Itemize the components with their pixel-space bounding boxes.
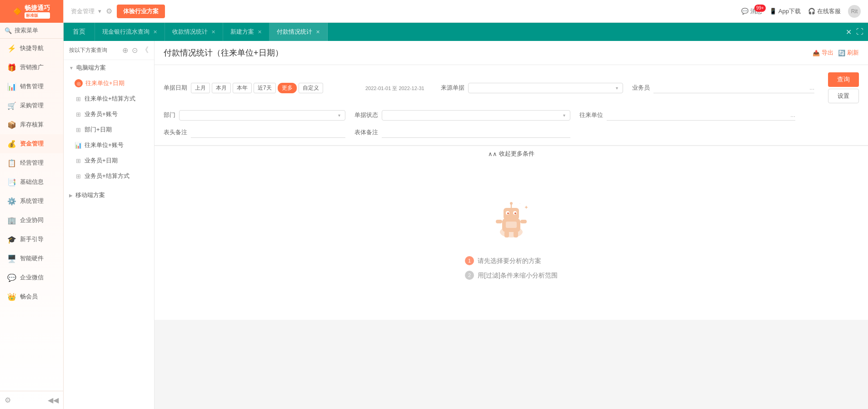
export-button[interactable]: 📤 导出 (813, 49, 833, 57)
capital-icon: 💰 (7, 139, 16, 148)
voucher-status-select[interactable]: ▾ (382, 110, 570, 121)
sidebar-item-basic-info[interactable]: 📑 基础信息 (0, 172, 63, 192)
sidebar-item-label: 畅会员 (20, 293, 38, 301)
panel-item-label: 业务员+日期 (85, 157, 118, 165)
sidebar-item-capital[interactable]: 💰 资金管理 (0, 134, 63, 153)
filter-row-1: 单据日期 上月 本月 本年 近7天 更多 自定义 2022-01-01 至 20 (164, 72, 859, 103)
tab-bank-flow-close-icon[interactable]: ✕ (153, 29, 157, 35)
collapse-label: 收起更多条件 (499, 150, 534, 158)
date-btn-custom[interactable]: 自定义 (299, 83, 323, 93)
tab-new-plan-close-icon[interactable]: ✕ (258, 29, 262, 35)
panel-item-dept-date[interactable]: ⊞ 部门+日期 (64, 122, 154, 137)
header-note-input[interactable] (191, 127, 345, 138)
date-btn-this-year[interactable]: 本年 (233, 83, 252, 93)
panel-item-counterparty-date[interactable]: ◎ 往来单位+日期 (64, 76, 154, 91)
tab-close-all-icon[interactable]: ✕ (846, 28, 852, 36)
headset-icon: 🎧 (808, 8, 815, 15)
collapse-sidebar-icon[interactable]: ◀◀ (48, 396, 59, 404)
body-note-input[interactable] (382, 127, 570, 138)
svg-rect-11 (504, 231, 509, 237)
date-btn-7days[interactable]: 近7天 (254, 83, 276, 93)
sidebar-item-vip[interactable]: 👑 畅会员 (0, 287, 63, 306)
collapse-more-conditions-button[interactable]: ∧∧ 收起更多条件 (155, 146, 868, 162)
avatar[interactable]: Rit (848, 5, 861, 18)
header-chevron-icon: ▾ (98, 8, 101, 15)
refresh-button[interactable]: 🔄 刷新 (838, 49, 859, 57)
panel-item-counterparty-account[interactable]: 📊 往来单位+账号 (64, 137, 154, 153)
sidebar-item-label: 经营管理 (20, 159, 44, 167)
panel-item-label: 往来单位+结算方式 (85, 95, 135, 103)
source-select[interactable]: ▾ (468, 83, 623, 93)
sidebar-item-label: 基础信息 (20, 178, 44, 186)
panel-item-salesperson-settlement[interactable]: ⊞ 业务员+结算方式 (64, 168, 154, 184)
panel-item-salesperson-date[interactable]: ⊞ 业务员+日期 (64, 153, 154, 168)
date-btn-more[interactable]: 更多 (278, 83, 297, 93)
tab-new-plan[interactable]: 新建方案 ✕ (223, 23, 269, 41)
sidebar-item-wechat[interactable]: 💬 企业微信 (0, 268, 63, 287)
sidebar-item-guide[interactable]: 🎓 新手引导 (0, 230, 63, 249)
salesperson-input-area[interactable]: ... (653, 82, 814, 93)
query-button[interactable]: 查询 (828, 72, 859, 87)
sidebar-item-system[interactable]: ⚙️ 系统管理 (0, 192, 63, 211)
svg-text:✦: ✦ (524, 204, 529, 211)
left-panel-header-actions: ⊕ ⊙ 《 (122, 45, 149, 55)
filter-source: 来源单据 ▾ (441, 83, 623, 93)
tab-payment-stats[interactable]: 付款情况统计 ✕ (269, 23, 328, 41)
panel-item-chart-icon: 📊 (75, 141, 82, 149)
right-content: 付款情况统计（往来单位+日期） 📤 导出 🔄 刷新 单据日期 (155, 41, 868, 409)
svg-point-6 (514, 212, 516, 214)
sidebar-item-smart-hw[interactable]: 🖥️ 智能硬件 (0, 249, 63, 268)
message-button[interactable]: 💬 消息 99+ (741, 7, 762, 15)
step2-circle: 2 (465, 271, 474, 280)
sidebar-item-enterprise[interactable]: 🏢 企业协同 (0, 211, 63, 230)
online-service-button[interactable]: 🎧 在线客服 (808, 7, 841, 15)
counterparty-input-area[interactable]: ... (607, 110, 795, 121)
date-btn-this-month[interactable]: 本月 (212, 83, 231, 93)
sidebar-item-sales[interactable]: 📊 销售管理 (0, 77, 63, 96)
export-icon: 📤 (813, 50, 820, 56)
search-icon: 🔍 (5, 27, 12, 34)
system-icon: ⚙️ (7, 197, 16, 206)
marketing-icon: 🎁 (7, 63, 16, 72)
trial-button[interactable]: 体验行业方案 (117, 5, 165, 18)
filter-row-2: 部门 ▾ 单据状态 ▾ 往来单位 ... (164, 110, 859, 121)
mobile-section-label: 移动端方案 (75, 191, 105, 199)
sidebar-logo: 🔶 畅捷通巧 标准版 (0, 0, 63, 23)
voucher-status-chevron-icon: ▾ (563, 113, 565, 118)
panel-item-label: 往来单位+日期 (85, 79, 125, 87)
vip-icon: 👑 (7, 292, 16, 301)
tab-home[interactable]: 首页 (64, 23, 95, 41)
tab-bank-flow-label: 现金银行流水查询 (102, 28, 150, 36)
settings-icon[interactable]: ⚙ (5, 396, 11, 404)
mobile-section-header[interactable]: ▶ 移动端方案 (64, 187, 154, 203)
pc-section-header[interactable]: ▼ 电脑端方案 (64, 60, 154, 76)
sidebar-item-purchase[interactable]: 🛒 采购管理 (0, 96, 63, 115)
search-menu[interactable]: 🔍 搜索菜单 (0, 23, 63, 39)
tab-receipt-stats[interactable]: 收款情况统计 ✕ (165, 23, 223, 41)
tab-bank-flow[interactable]: 现金银行流水查询 ✕ (95, 23, 165, 41)
dept-select[interactable]: ▾ (179, 110, 345, 121)
app-download-label: App下载 (778, 7, 801, 15)
tab-expand-icon[interactable]: ⛶ (856, 28, 863, 36)
pc-section-label: 电脑端方案 (76, 64, 106, 72)
tab-payment-stats-close-icon[interactable]: ✕ (316, 29, 320, 35)
panel-item-counterparty-settlement[interactable]: ⊞ 往来单位+结算方式 (64, 91, 154, 106)
add-scheme-icon[interactable]: ⊕ (122, 46, 128, 55)
panel-item-salesperson-account[interactable]: ⊞ 业务员+账号 (64, 106, 154, 122)
panel-item-label: 业务员+账号 (85, 110, 118, 118)
svg-rect-12 (514, 231, 518, 237)
app-download-button[interactable]: 📱 App下载 (769, 7, 801, 15)
sidebar-item-marketing[interactable]: 🎁 营销推广 (0, 58, 63, 77)
date-btn-last-month[interactable]: 上月 (191, 83, 210, 93)
collapse-panel-icon[interactable]: 《 (141, 45, 149, 55)
sidebar-item-inventory[interactable]: 📦 库存核算 (0, 115, 63, 134)
header-note-label: 表头备注 (164, 128, 187, 136)
header-gear-icon[interactable]: ⚙ (106, 7, 112, 15)
sidebar-item-quick-nav[interactable]: ⚡ 快捷导航 (0, 39, 63, 58)
svg-text:·: · (519, 202, 520, 206)
settings-button[interactable]: 设置 (828, 89, 859, 103)
sidebar-item-operation[interactable]: 📋 经营管理 (0, 153, 63, 172)
tab-receipt-stats-close-icon[interactable]: ✕ (211, 29, 215, 35)
filter-row-3: 表头备注 表体备注 (164, 127, 859, 138)
scheme-settings-icon[interactable]: ⊙ (132, 46, 138, 55)
